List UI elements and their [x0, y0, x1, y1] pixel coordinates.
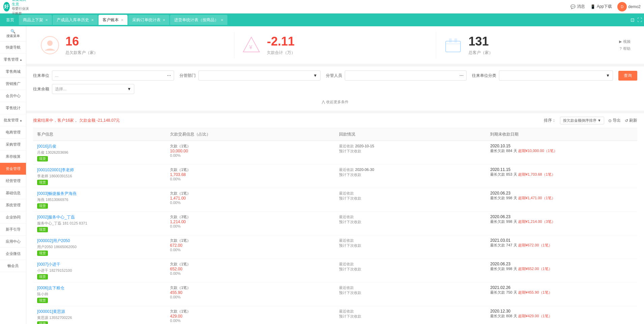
tab-customer-account[interactable]: 客户账本 ✕: [99, 15, 128, 25]
tab-incoming-stats-label: 进货单统计表（按商品）: [174, 17, 219, 23]
next-collect-label-6: 预计下次收款: [339, 290, 482, 295]
tab-product-history-close[interactable]: ✕: [91, 18, 94, 22]
overdue-link-5[interactable]: 超期¥652.00（1笔）: [518, 267, 552, 271]
overdue-link-1[interactable]: 超期¥1,703.68（1笔）: [518, 172, 555, 176]
sidebar-item-purchase[interactable]: 采购管理: [0, 139, 26, 151]
table-header-bar: 搜索结果中，客户16家， 欠款金额 -21,148.07元 排序： 按欠款金额倒…: [33, 113, 637, 128]
debt-amount-4[interactable]: 672.00: [170, 243, 331, 248]
customer-id-2[interactable]: [0003]畅捷服务尹海燕: [37, 191, 162, 197]
source-unit-input[interactable]: ... ⋯: [52, 70, 174, 81]
last-collect-label-2: 最近收款: [339, 191, 482, 196]
message-label: 消息: [577, 4, 585, 9]
dept-select[interactable]: ▼: [198, 70, 320, 81]
tab-product-listing-close[interactable]: ✕: [45, 18, 48, 22]
overdue-link-7[interactable]: 超期¥429.00（1笔）: [518, 314, 552, 318]
tab-home[interactable]: 首页: [2, 15, 18, 25]
search-button[interactable]: 查询: [618, 71, 637, 81]
sidebar-item-retail-store[interactable]: 零售商城: [0, 66, 26, 78]
sidebar-item-marketing[interactable]: 营销推广: [0, 78, 26, 90]
debt-count-0: 欠款（1笔）: [170, 144, 331, 149]
overdue-link-2[interactable]: 超期¥1,471.00（1笔）: [518, 196, 555, 200]
sidebar-item-retail-stats[interactable]: 零售统计: [0, 102, 26, 114]
dept-label: 分管部门: [179, 73, 196, 79]
content-area: 16 总欠款客户（家） ¥ -2.11 欠款合计（万）: [26, 26, 644, 324]
debt-amount-0[interactable]: 10,000.00: [170, 149, 331, 153]
customer-id-4[interactable]: [000002]用户2050: [37, 238, 162, 244]
customer-cell-7: [000001]黄思源 黄思源 13552700226 现货: [33, 306, 166, 324]
search-menu-btn[interactable]: 🔍 搜索菜单: [0, 26, 26, 41]
debt-percent-4: 0.00%: [170, 248, 331, 252]
tab-customer-account-close[interactable]: ✕: [121, 18, 123, 22]
tab-product-listing[interactable]: 商品上下架 ✕: [19, 15, 52, 25]
customer-id-5[interactable]: [0007]小进干: [37, 262, 162, 267]
sidebar-item-super-member[interactable]: 畅会员: [0, 260, 26, 272]
last-collect-label-4: 最近收款: [339, 238, 482, 243]
tab-maximize-btn[interactable]: ⛶: [637, 17, 642, 23]
sidebar-item-newbie[interactable]: 新手引导: [0, 224, 26, 236]
ecommerce-label: 电商管理: [6, 130, 21, 134]
export-btn[interactable]: ⊙ 导出: [608, 118, 621, 123]
help-action-btn[interactable]: ? 帮助: [620, 46, 631, 51]
sidebar-item-inventory[interactable]: 库存核算: [0, 151, 26, 163]
due-date-7: 2020.12.30: [490, 309, 633, 314]
tab-purchase-order-label: 采购订单统计表: [132, 17, 161, 23]
refresh-btn[interactable]: ↺ 刷新: [625, 118, 637, 123]
tab-incoming-stats-close[interactable]: ✕: [221, 18, 223, 22]
overdue-link-3[interactable]: 超期¥1,214.00（3笔）: [518, 219, 555, 224]
sidebar-item-enterprise-collab[interactable]: 企业协同: [0, 211, 26, 224]
status-badge-2: 现货: [37, 203, 48, 209]
tab-product-history[interactable]: 产成品入库单历史 ✕: [53, 15, 98, 25]
video-action-btn[interactable]: ▶ 视频: [619, 39, 631, 44]
sidebar-item-operations[interactable]: 经营管理: [0, 175, 26, 187]
tab-purchase-order-close[interactable]: ✕: [163, 18, 165, 22]
balance-select[interactable]: 选择... ▼: [52, 84, 134, 94]
debt-amount-7[interactable]: 429.00: [170, 314, 331, 319]
table-header-row: 客户信息 欠款交易信息（占比） 回款情况 到期未收款日期: [33, 128, 637, 141]
sidebar-item-app-center[interactable]: 应用中心: [0, 236, 26, 248]
sidebar-item-quick-nav[interactable]: 快捷导航: [0, 41, 26, 54]
sidebar-item-ecommerce[interactable]: 电商管理: [0, 126, 26, 139]
debt-amount-3[interactable]: 1,214.00: [170, 219, 331, 224]
retail-stats-label: 零售统计: [6, 106, 21, 110]
table-row: [0007]小进干 小进干 18279152100 现货 欠款（1笔） 652.…: [33, 259, 637, 283]
due-date-3: 2020.06.23: [490, 214, 633, 219]
customer-id-0[interactable]: [0016]吕俊: [37, 144, 162, 149]
overdue-link-0[interactable]: 超期¥10,000.00（1笔）: [518, 149, 557, 153]
customer-id-6[interactable]: [0006]去下粮仓: [37, 285, 162, 291]
customer-id-1[interactable]: [0001020001]李老师: [37, 167, 162, 173]
sidebar-item-system[interactable]: 系统管理: [0, 199, 26, 211]
sidebar-item-member[interactable]: 会员中心: [0, 90, 26, 102]
sort-select[interactable]: 按欠款金额倒序排序 ▼: [560, 117, 604, 124]
source-unit-expand-icon: ⋯: [167, 73, 171, 78]
tab-incoming-stats[interactable]: 进货单统计表（按商品） ✕: [170, 15, 227, 25]
sidebar-item-batch-mgmt[interactable]: 批发管理 ▲: [0, 114, 26, 126]
customer-id-3[interactable]: [0002]服务中心_丁磊: [37, 214, 162, 220]
debt-amount-6[interactable]: 455.90: [170, 290, 331, 295]
sidebar-item-finance[interactable]: 资金管理: [0, 163, 26, 175]
debt-amount-2[interactable]: 1,471.00: [170, 196, 331, 201]
sidebar-item-basic-info[interactable]: 基础信息: [0, 187, 26, 199]
debt-amount-1[interactable]: 1,703.68: [170, 172, 331, 177]
user-area[interactable]: D demo2: [617, 2, 641, 11]
unit-category-select[interactable]: ▼: [499, 70, 613, 81]
debt-percent-1: 0.00%: [170, 177, 331, 181]
tab-restore-btn[interactable]: ⊡: [631, 17, 635, 23]
due-cell-7: 2020.12.30 最长欠款 808 天 超期¥429.00（1笔）: [486, 306, 637, 324]
status-badge-3: 现货: [37, 227, 48, 232]
customer-phone-6: 陈小帅: [37, 292, 162, 297]
customer-id-7[interactable]: [000001]黄思源: [37, 309, 162, 315]
enterprise-collab-label: 企业协同: [6, 215, 21, 219]
next-collect-label-0: 预计下次收款: [339, 149, 482, 154]
overdue-link-6[interactable]: 超期¥455.90（1笔）: [518, 290, 552, 294]
debt-amount-5[interactable]: 652.00: [170, 267, 331, 271]
message-btn[interactable]: 💬 消息: [570, 4, 585, 9]
table-row: [0002]服务中心_丁磊 服务中心_丁磊 181 0125 8371 现货 欠…: [33, 212, 637, 235]
sidebar-item-retail-mgmt[interactable]: 零售管理 ▲: [0, 54, 26, 66]
collapse-btn[interactable]: ⋀ 收起更多条件: [33, 97, 637, 107]
data-table: 客户信息 欠款交易信息（占比） 回款情况 到期未收款日期 [0016]吕俊 吕俊…: [33, 128, 637, 324]
app-download-btn[interactable]: 📱 App下载: [590, 4, 612, 9]
person-input[interactable]: ⋯: [345, 70, 467, 81]
sidebar-item-enterprise-wechat[interactable]: 企业微信: [0, 248, 26, 260]
overdue-link-4[interactable]: 超期¥672.00（1笔）: [518, 243, 552, 247]
tab-purchase-order[interactable]: 采购订单统计表 ✕: [128, 15, 169, 25]
